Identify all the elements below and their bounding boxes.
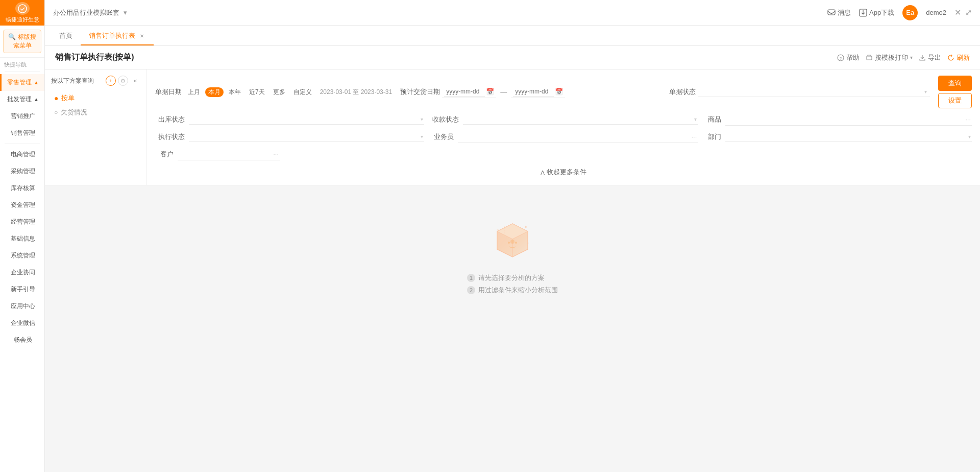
expected-date-label: 预计交货日期 <box>400 87 440 97</box>
dept-select[interactable]: ▾ <box>725 132 972 142</box>
sidebar-item-ops[interactable]: 经营管理 <box>0 214 44 230</box>
print-icon <box>866 54 873 61</box>
query-button[interactable]: 查询 <box>938 76 972 91</box>
divider1 <box>5 72 40 72</box>
settings-plan-button[interactable]: ⚙ <box>118 76 128 86</box>
goods-input[interactable]: ··· <box>725 113 972 126</box>
main-area: 办公用品行业模拟账套 ▾ 消息 App下载 Ea demo2 <box>45 0 980 472</box>
expected-date-end[interactable]: 📅 <box>511 86 565 98</box>
sidebar-item-member[interactable]: 畅会员 <box>0 332 44 348</box>
print-button[interactable]: 按模板打印 ▾ <box>866 53 913 62</box>
refresh-button[interactable]: 刷新 <box>947 53 970 62</box>
sidebar-item-basic[interactable]: 基础信息 <box>0 230 44 247</box>
sidebar-item-retail[interactable]: 零售管理 ▲ <box>0 74 44 91</box>
tip1-text: 请先选择要分析的方案 <box>478 273 545 282</box>
filter-side-label: 按以下方案查询 <box>51 77 94 85</box>
ship-status-select[interactable]: ▾ <box>189 114 424 125</box>
tab-home[interactable]: 首页 <box>51 27 81 45</box>
ship-status-field: 出库状态 ▾ <box>155 113 424 126</box>
plan-item-shortage[interactable]: ○ 欠货情况 <box>51 105 140 120</box>
date-tab-7days[interactable]: 近7天 <box>246 87 268 97</box>
ship-chevron-icon: ▾ <box>421 116 423 122</box>
date-label: 单据日期 <box>155 87 182 97</box>
divider2 <box>5 144 40 144</box>
nav-title: 办公用品行业模拟账套 <box>53 8 119 17</box>
message-button[interactable]: 消息 <box>827 8 851 17</box>
maximize-window-button[interactable]: ⤢ <box>965 8 972 17</box>
calendar-icon1[interactable]: 📅 <box>486 88 494 96</box>
expected-date-start-input[interactable] <box>444 87 485 97</box>
date-tab-more[interactable]: 更多 <box>270 87 288 97</box>
svg-rect-5 <box>867 56 872 60</box>
tab-home-label: 首页 <box>59 31 72 40</box>
header-left: 办公用品行业模拟账套 ▾ <box>53 8 127 17</box>
svg-text:✦: ✦ <box>527 242 529 245</box>
username-label: demo2 <box>926 9 946 16</box>
print-dropdown-icon[interactable]: ▾ <box>910 55 913 60</box>
tab-close-icon[interactable]: ✕ <box>138 32 145 39</box>
expected-date-end-input[interactable] <box>513 87 554 97</box>
salesman-field: 业务员 ··· <box>429 131 698 143</box>
app-download-button[interactable]: App下载 <box>859 8 894 17</box>
close-window-button[interactable]: ✕ <box>954 8 961 17</box>
export-button[interactable]: 导出 <box>919 53 941 62</box>
settings-button[interactable]: 设置 <box>938 93 972 108</box>
calendar-icon2[interactable]: 📅 <box>555 88 563 96</box>
sidebar-item-enterprise[interactable]: 企业协同 <box>0 264 44 281</box>
wholesale-label: 批发管理 <box>7 95 32 104</box>
sidebar-item-sales[interactable]: 销售管理 <box>0 125 44 141</box>
newuser-label: 新手引导 <box>11 285 35 294</box>
svg-text:✦: ✦ <box>524 224 528 230</box>
sidebar-item-newuser[interactable]: 新手引导 <box>0 281 44 298</box>
expected-date-field: 预计交货日期 📅 — 📅 <box>400 86 661 98</box>
download-icon <box>859 9 867 17</box>
ops-label: 经营管理 <box>11 218 35 226</box>
top-header: 办公用品行业模拟账套 ▾ 消息 App下载 Ea demo2 <box>45 0 980 26</box>
sidebar-item-finance[interactable]: 资金管理 <box>0 197 44 214</box>
customer-label: 客户 <box>155 150 174 159</box>
sales-label: 销售管理 <box>11 129 35 137</box>
date-tab-thisyear[interactable]: 本年 <box>226 87 244 97</box>
ship-status-label: 出库状态 <box>155 115 185 124</box>
date-tab-custom[interactable]: 自定义 <box>290 87 315 97</box>
svg-point-0 <box>18 5 27 13</box>
sidebar-item-marketing[interactable]: 营销推广 <box>0 108 44 125</box>
tab-bar: 首页 销售订单执行表 ✕ <box>45 26 980 46</box>
sidebar-item-apps[interactable]: 应用中心 <box>0 298 44 315</box>
collapse-button[interactable]: ⋀ 收起更多条件 <box>541 168 586 177</box>
help-button[interactable]: ? 帮助 <box>837 53 860 62</box>
sidebar-item-wholesale[interactable]: 批发管理 ▲ <box>0 91 44 108</box>
customer-input[interactable]: ··· <box>178 148 280 160</box>
exec-status-select[interactable]: ▾ <box>189 132 424 142</box>
apps-label: 应用中心 <box>11 302 35 311</box>
plan-item-by-order[interactable]: ● 按单 <box>51 91 140 105</box>
sidebar-item-inventory[interactable]: 库存核算 <box>0 180 44 197</box>
sidebar-item-ecommerce[interactable]: 电商管理 <box>0 146 44 163</box>
tab-sales-exec[interactable]: 销售订单执行表 ✕ <box>81 27 154 45</box>
nav-dropdown-icon[interactable]: ▾ <box>124 9 127 16</box>
filter-row4: 客户 ··· <box>155 148 972 160</box>
sidebar-item-wechat[interactable]: 企业微信 <box>0 315 44 332</box>
marketing-label: 营销推广 <box>11 112 35 121</box>
receipt-status-select[interactable]: ▾ <box>463 114 698 125</box>
date-field: 单据日期 上月 本月 本年 近7天 更多 自定义 2023-03-01 至 20… <box>155 87 392 97</box>
search-section: 🔍 标版搜索菜单 <box>0 26 44 58</box>
salesman-dots-icon: ··· <box>691 133 697 140</box>
window-controls: ✕ ⤢ <box>954 8 972 17</box>
status-select[interactable]: ▾ <box>698 87 930 97</box>
inventory-label: 库存核算 <box>11 184 35 193</box>
search-menu-button[interactable]: 🔍 标版搜索菜单 <box>3 30 41 53</box>
system-label: 系统管理 <box>11 251 35 260</box>
salesman-input[interactable]: ··· <box>458 131 698 143</box>
date-tab-thismonth[interactable]: 本月 <box>205 87 224 97</box>
expected-date-start[interactable]: 📅 <box>442 86 496 98</box>
action-buttons: 查询 设置 <box>938 76 972 108</box>
sidebar-item-system[interactable]: 系统管理 <box>0 247 44 264</box>
side-actions: + ⚙ « <box>106 76 140 86</box>
sidebar-item-purchase[interactable]: 采购管理 <box>0 163 44 180</box>
collapse-side-button[interactable]: « <box>130 76 140 86</box>
date-tab-lastmonth[interactable]: 上月 <box>185 87 203 97</box>
salesman-label: 业务员 <box>429 132 454 141</box>
tip-num2: 2 <box>467 286 475 294</box>
add-plan-button[interactable]: + <box>106 76 116 86</box>
